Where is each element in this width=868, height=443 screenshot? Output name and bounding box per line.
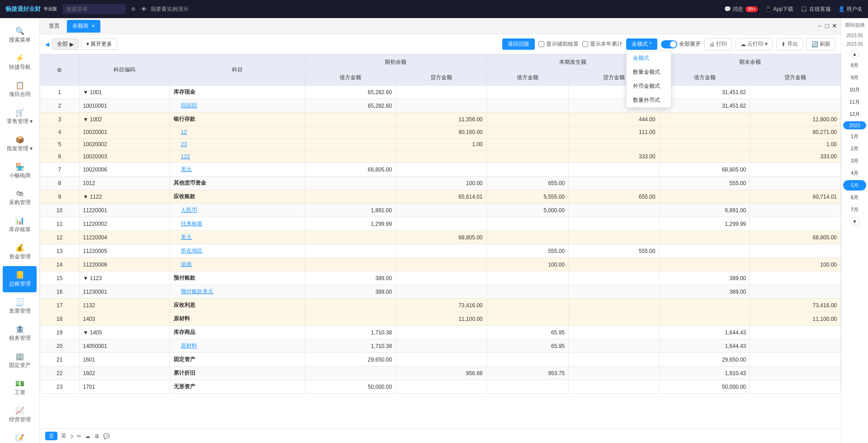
sidebar-item-assets[interactable]: 🏢 固定资产 — [3, 348, 37, 374]
subject-label[interactable]: 原材料 — [181, 343, 197, 349]
period-item-11[interactable]: 11月 — [843, 97, 866, 107]
show-assist-checkbox[interactable]: 显示辅助核算 — [538, 40, 579, 48]
window-minimize-btn[interactable]: － — [816, 22, 823, 30]
show-year-input[interactable] — [582, 41, 588, 47]
refresh-btn[interactable]: 🔄 刷新 — [807, 38, 835, 50]
window-maximize-btn[interactable]: □ — [826, 22, 829, 30]
cell-cl-credit: 100.00 — [750, 258, 841, 272]
subject-label[interactable]: 122 — [181, 153, 190, 160]
cell-cl-credit: 11,100.00 — [750, 312, 841, 326]
sidebar-item-ledger[interactable]: 📒 总账管理 — [3, 266, 37, 292]
cell-op-credit: 80,160.00 — [396, 126, 486, 138]
period-item-5[interactable]: 5月 — [843, 180, 866, 191]
subject-label[interactable]: 人民币 — [181, 207, 197, 213]
sidebar-item-quicknav[interactable]: ⚡ 快捷导航 — [3, 49, 37, 76]
cell-per-debit — [486, 126, 569, 138]
cell-per-debit — [486, 113, 569, 126]
format-option-amount[interactable]: 金额式 — [627, 51, 671, 65]
message-btn[interactable]: 💬 消息 99+ — [724, 5, 758, 13]
format-option-foreign-amount[interactable]: 外币金额式 — [627, 79, 671, 93]
period-item-12[interactable]: 12月 — [843, 109, 866, 119]
period-down-btn[interactable]: ▼ — [850, 217, 859, 226]
feed-btn[interactable]: 贡 — [45, 432, 57, 440]
search-input[interactable] — [62, 4, 126, 14]
subject-label[interactable]: 回回回 — [181, 102, 197, 109]
monitor-icon: 🖥 — [94, 433, 99, 439]
sidebar-item-operation[interactable]: 📈 经营管理 — [3, 402, 37, 428]
th-per-debit: 借方金额 — [486, 70, 569, 86]
format-label: 金额式 ^ — [632, 40, 652, 48]
user-avatar[interactable]: 👤 用户名 — [838, 5, 863, 13]
period-item-8[interactable]: 8月 — [843, 60, 866, 71]
subject-label[interactable]: 预付账款美元 — [181, 288, 213, 295]
cell-code: 10010001 — [79, 99, 170, 113]
back-arrow-icon[interactable]: ◀ — [45, 41, 49, 48]
download-btn[interactable]: 📱 App下载 — [765, 5, 793, 13]
service-btn[interactable]: 🎧 在线客服 — [801, 5, 830, 13]
sidebar-item-wholesale[interactable]: 📦 批发管理 ▾ — [3, 131, 37, 157]
window-close-btn[interactable]: ✕ — [832, 22, 837, 30]
expand-all-toggle[interactable]: 全部展开 — [661, 40, 701, 48]
lang-btn[interactable]: ↄ — [70, 433, 73, 439]
period-item-4[interactable]: 4月 — [843, 168, 866, 178]
back-old-btn[interactable]: 退回旧版 — [502, 38, 535, 50]
cell-code: ▼ 1405 — [79, 326, 170, 339]
cell-code: 1601 — [79, 353, 170, 367]
tab-balance[interactable]: 余额表 ✕ — [67, 20, 100, 33]
th-settings[interactable]: ⚙ — [40, 55, 80, 86]
sidebar-item-purchase[interactable]: 🛍 采购管理 — [3, 185, 37, 211]
subject-label[interactable]: 往来标签 — [181, 220, 203, 227]
cell-op-credit — [396, 285, 486, 299]
subject-label[interactable]: 美元 — [181, 166, 192, 172]
balance-table-area: ⚙ 科目编码 科目 期初余额 本期发生额 期末余额 借方金额 贷方金额 借方金额… — [40, 54, 841, 429]
subject-label[interactable]: 23 — [181, 141, 187, 148]
subject-label: 应收利息 — [174, 302, 195, 308]
show-year-checkbox[interactable]: 显示本年累计 — [582, 40, 623, 48]
format-option-qty-foreign[interactable]: 数量外币式 — [627, 93, 671, 107]
cell-op-debit: 1,710.38 — [305, 326, 396, 339]
period-item-2[interactable]: 2月 — [843, 143, 866, 154]
period-item-10[interactable]: 10月 — [843, 85, 866, 95]
period-item-3[interactable]: 3月 — [843, 156, 866, 166]
sidebar-item-retail[interactable]: 🛒 零售管理 ▾ — [3, 104, 37, 130]
cell-per-credit — [569, 176, 660, 190]
subject-label[interactable]: 12 — [181, 129, 187, 135]
sidebar-item-search[interactable]: 🔍 搜索菜单 — [3, 22, 37, 48]
subject-label[interactable]: 所在地区 — [181, 248, 203, 254]
format-option-qty-amount[interactable]: 数量金额式 — [627, 65, 671, 79]
cloud-print-btn[interactable]: ☁ 云打印 ▾ — [736, 38, 773, 50]
settings-icon[interactable]: ⚙ — [57, 67, 62, 73]
show-assist-input[interactable] — [538, 41, 544, 47]
subject-label[interactable]: 游戏 — [181, 261, 192, 267]
breadcrumb-btn[interactable]: 全部 ▶ — [52, 38, 79, 50]
gear-icon[interactable]: ⚙ — [131, 6, 136, 12]
sidebar-item-report[interactable]: 📝 小畅报销 — [3, 429, 37, 443]
tab-home[interactable]: 首页 — [43, 20, 65, 33]
period-item-6[interactable]: 6月 — [843, 192, 866, 203]
cell-op-credit: 73,416.00 — [396, 299, 486, 312]
period-item-9[interactable]: 9月 — [843, 72, 866, 83]
period-item-1[interactable]: 1月 — [843, 131, 866, 142]
cell-per-debit: 655.00 — [486, 176, 569, 190]
sidebar-item-tax[interactable]: 🏦 税务管理 — [3, 320, 37, 347]
format-dropdown-btn[interactable]: 金额式 ^ — [626, 38, 657, 50]
export-btn[interactable]: ⬆ 导出 — [776, 38, 803, 50]
subject-label[interactable]: 美元 — [181, 234, 192, 240]
toggle-switch-control[interactable] — [661, 40, 677, 48]
cell-no: 19 — [40, 326, 80, 339]
cell-cl-credit: 60,714.01 — [750, 190, 841, 204]
sidebar-item-ecommerce[interactable]: 🏪 小畅电商 — [3, 158, 37, 184]
sidebar-item-project[interactable]: 📋 项目合同 — [3, 76, 37, 103]
expand-btn[interactable]: ▾ 展开更多 — [81, 38, 117, 50]
sidebar-item-capital[interactable]: 💰 资金管理 — [3, 239, 37, 265]
sidebar-item-salary[interactable]: 💵 工资 — [3, 375, 37, 401]
print-btn[interactable]: 🖨 打印 — [704, 38, 732, 50]
sidebar-item-inventory[interactable]: 📊 库存核算 — [3, 212, 37, 238]
cell-no: 11 — [40, 217, 80, 231]
cell-op-credit: 956.68 — [396, 367, 486, 380]
tab-close-icon[interactable]: ✕ — [91, 24, 95, 29]
period-up-btn[interactable]: ▲ — [850, 49, 859, 58]
sidebar-item-invoice[interactable]: 🧾 发票管理 — [3, 293, 37, 319]
cell-cl-debit — [659, 231, 750, 244]
period-item-7[interactable]: 7月 — [843, 205, 866, 215]
